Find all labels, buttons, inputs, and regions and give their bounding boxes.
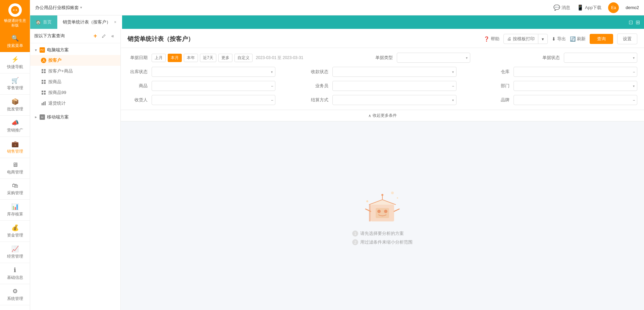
empty-tip-2: 2 用过滤条件来缩小分析范围 — [352, 239, 413, 245]
tree-child-by-customer-goods[interactable]: 按客户+商品 — [30, 66, 120, 76]
topbar-right: 💬 消息 📱 App下载 Ea demo2 — [553, 2, 639, 13]
sidebar-item-quick[interactable]: ⚡ 快捷导航 — [0, 52, 30, 73]
receiver-input[interactable] — [152, 95, 275, 105]
refresh-btn[interactable]: 🔄 刷新 — [570, 36, 586, 42]
settings-button[interactable]: 设置 — [617, 34, 637, 44]
by-goods-99-label: 按商品99 — [48, 90, 66, 96]
sidebar-item-purchase[interactable]: 🛍 采购管理 — [0, 179, 30, 200]
salesperson-input[interactable] — [332, 81, 456, 91]
user-abbr: Ea — [611, 5, 616, 10]
salesperson-control: ··· — [332, 81, 456, 91]
settlement-select[interactable] — [332, 95, 456, 105]
left-panel: 按以下方案查询 + « ▼ PC 电脑端方案 人 按客户 — [30, 29, 121, 310]
settlement-label: 结算方式 — [308, 97, 328, 103]
query-button[interactable]: 查询 — [590, 34, 613, 44]
sidebar-item-wholesale[interactable]: 📦 批发管理 — [0, 95, 30, 116]
mobile-icon: M — [40, 114, 45, 120]
sidebar-logo[interactable]: 畅捷通好生意 标版 — [0, 0, 30, 31]
out-status-control: ▾ — [152, 67, 275, 77]
collapse-panel-btn[interactable]: « — [109, 32, 116, 40]
svg-point-24 — [397, 197, 398, 199]
sidebar-item-system[interactable]: ⚙ 系统管理 — [0, 284, 30, 305]
empty-tips: 1 请先选择要分析的方案 2 用过滤条件来缩小分析范围 — [352, 230, 413, 245]
left-panel-actions: + « — [92, 32, 116, 40]
order-type-select[interactable] — [397, 53, 470, 63]
export-btn[interactable]: ⬇ 导出 — [552, 36, 566, 42]
right-content: 销货单统计表（按客户） ❓ 帮助 🖨 按模板打印 ▾ ⬇ — [121, 29, 644, 310]
mobile-section-label: 移动端方案 — [47, 114, 69, 120]
order-type-control: ▾ — [397, 53, 470, 63]
tree-child-by-goods-99[interactable]: 按商品99 — [30, 87, 120, 98]
export-icon: ⬇ — [552, 36, 556, 42]
sidebar-item-ecom[interactable]: 🖥 电商管理 — [0, 158, 30, 179]
app-download-btn[interactable]: 📱 App下载 — [577, 4, 601, 11]
svg-rect-5 — [44, 71, 46, 73]
date-this-year[interactable]: 本年 — [184, 54, 198, 62]
tree-arrow-mobile: ▼ — [34, 115, 38, 119]
date-last-month[interactable]: 上月 — [152, 54, 166, 62]
payment-status-label: 收款状态 — [308, 69, 328, 75]
add-scheme-btn[interactable]: + — [92, 32, 99, 40]
template-print-btn[interactable]: 🖨 按模板打印 — [504, 34, 538, 44]
tree-child-by-customer[interactable]: 人 按客户 — [30, 55, 120, 66]
sidebar: 畅捷通好生意 标版 🔍 搜索菜单 ⚡ 快捷导航 🛒 零售管理 📦 批发管理 📣 … — [0, 0, 30, 310]
payment-status-select[interactable] — [332, 67, 456, 77]
sidebar-item-operation[interactable]: 📈 经营管理 — [0, 242, 30, 263]
tab-minimize-btn[interactable]: ⊡ — [629, 19, 633, 25]
edit-scheme-btn[interactable] — [100, 32, 108, 40]
print-icon: 🖨 — [507, 36, 512, 41]
phone-icon: 📱 — [577, 4, 584, 11]
tab-home[interactable]: 🏠 首页 — [30, 15, 57, 29]
sidebar-item-retail[interactable]: 🛒 零售管理 — [0, 73, 30, 95]
export-label: 导出 — [557, 36, 566, 42]
tab-sales-stats[interactable]: 销货单统计表（按客户） × — [57, 15, 122, 29]
svg-rect-6 — [42, 80, 43, 82]
search-icon: 🔍 — [11, 35, 19, 42]
date-more[interactable]: 更多 — [218, 54, 232, 62]
refresh-icon: 🔄 — [570, 36, 576, 42]
date-custom[interactable]: 自定义 — [234, 54, 253, 62]
message-btn[interactable]: 💬 消息 — [553, 4, 570, 11]
goods-input[interactable] — [152, 81, 275, 91]
order-status-select[interactable] — [564, 53, 637, 63]
tip-text-1: 请先选择要分析的方案 — [360, 230, 404, 237]
collapse-btn[interactable]: ∧ 收起更多条件 — [368, 113, 397, 118]
date-last-7days[interactable]: 近7天 — [200, 54, 216, 62]
tree-child-by-goods[interactable]: 按商品 — [30, 76, 120, 87]
tab-maximize-btn[interactable]: ⊞ — [636, 19, 640, 25]
out-status-label: 出库状态 — [127, 69, 148, 75]
template-print-group: 🖨 按模板打印 ▾ — [503, 34, 548, 44]
sidebar-item-search[interactable]: 🔍 搜索菜单 — [0, 31, 30, 52]
template-print-arrow[interactable]: ▾ — [538, 35, 547, 43]
empty-tip-1: 1 请先选择要分析的方案 — [352, 230, 413, 237]
industry-selector[interactable]: 办公用品行业模拟账套 ▾ — [35, 5, 82, 11]
receiver-label: 收货人 — [127, 97, 148, 103]
help-btn[interactable]: ❓ 帮助 — [484, 36, 499, 42]
avatar[interactable]: Ea — [608, 2, 619, 13]
by-goods-label: 按商品 — [48, 79, 61, 85]
sidebar-item-marketing[interactable]: 📣 营销推广 — [0, 116, 30, 137]
brand-input[interactable] — [514, 95, 637, 105]
tree-parent-mobile[interactable]: ▼ M 移动端方案 — [30, 112, 120, 122]
message-icon: 💬 — [553, 4, 560, 11]
warehouse-control: ··· — [514, 67, 637, 77]
tree-child-return-stats[interactable]: 退货统计 — [30, 98, 120, 109]
bar-chart-icon — [41, 101, 46, 106]
industry-label: 办公用品行业模拟账套 — [35, 5, 79, 11]
sidebar-item-sales[interactable]: 💼 销售管理 — [0, 137, 30, 158]
tree-parent-pc[interactable]: ▼ PC 电脑端方案 — [30, 45, 120, 55]
warehouse-input[interactable] — [514, 67, 637, 77]
sidebar-item-basic[interactable]: ℹ 基础信息 — [0, 263, 30, 284]
svg-rect-3 — [44, 69, 46, 71]
sidebar-item-finance[interactable]: 💰 资金管理 — [0, 221, 30, 242]
sidebar-item-inventory[interactable]: 📊 库存核算 — [0, 200, 30, 221]
svg-rect-9 — [44, 82, 46, 84]
tab-close-btn[interactable]: × — [114, 20, 116, 24]
collapse-bar[interactable]: ∧ 收起更多条件 — [121, 110, 644, 121]
sidebar-item-enterprise[interactable]: 🤝 企业协同 — [0, 305, 30, 310]
dept-select[interactable] — [514, 81, 637, 91]
svg-rect-10 — [42, 91, 43, 92]
out-status-select[interactable] — [152, 67, 275, 77]
date-this-month[interactable]: 本月 — [168, 54, 182, 62]
main-area: 办公用品行业模拟账套 ▾ 💬 消息 📱 App下载 Ea demo2 🏠 首页 — [30, 0, 644, 310]
